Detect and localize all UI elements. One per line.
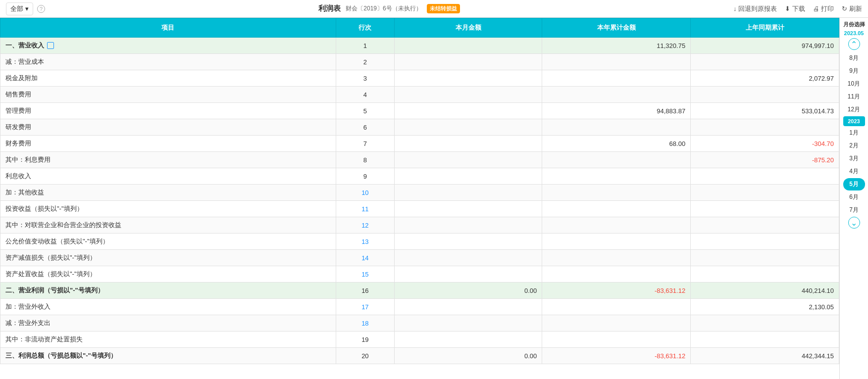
side-month-item[interactable]: 8月 (843, 52, 865, 64)
side-month-item[interactable]: 1月 (843, 127, 865, 139)
cell-year (542, 168, 691, 185)
cell-prev: 2,072.97 (691, 70, 839, 87)
cell-month (395, 266, 542, 283)
cell-month: 0.00 (395, 283, 542, 299)
side-month-item[interactable]: 12月 (843, 103, 865, 116)
download-button[interactable]: ⬇ 下载 (785, 4, 805, 13)
table-header: 项目 行次 本月金额 本年累计金额 上年同期累计 (0, 18, 839, 38)
refresh-button[interactable]: ↻ 刷新 (842, 4, 862, 13)
table-row: 其中：利息费用8-875.20 (0, 152, 839, 168)
cell-prev: 442,344.15 (691, 348, 839, 364)
cell-item: 三、利润总额（亏损总额以"-"号填列） (0, 348, 336, 364)
cell-item: 公允价值变动收益（损失以"-"填列） (0, 234, 336, 250)
cell-month (395, 87, 542, 103)
cell-item: 二、营业利润（亏损以"-"号填列） (0, 283, 336, 299)
cell-year: 11,320.75 (542, 38, 691, 54)
table-row: 减：营业成本2 (0, 54, 839, 70)
table-row: 管理费用594,883.87533,014.73 (0, 103, 839, 119)
cell-prev (691, 119, 839, 136)
header-year: 本年累计金额 (542, 18, 691, 38)
cell-year (542, 87, 691, 103)
cell-month (395, 315, 542, 332)
table-row: 其中：非流动资产处置损失19 (0, 332, 839, 348)
main-layout: 项目 行次 本月金额 本年累计金额 上年同期累计 一、营业收入111,320.7… (0, 18, 868, 379)
toolbar: ↓ 回退到原报表 ⬇ 下载 🖨 打印 ↻ 刷新 (733, 4, 862, 13)
cell-year (542, 234, 691, 250)
cell-item: 一、营业收入 (0, 38, 336, 54)
cell-month (395, 136, 542, 152)
cell-item: 减：营业外支出 (0, 315, 336, 332)
header-item: 项目 (0, 18, 336, 38)
side-month-item[interactable]: 10月 (843, 78, 865, 90)
cell-rownum: 19 (336, 332, 395, 348)
cell-prev: 440,214.10 (691, 283, 839, 299)
side-nav-up[interactable]: ⌃ (848, 38, 860, 50)
table-row: 三、利润总额（亏损总额以"-"号填列）200.00-83,631.12442,3… (0, 348, 839, 364)
side-months-list: 8月9月10月11月12月20231月2月3月4月5月6月7月 (843, 52, 865, 217)
side-month-item[interactable]: 6月 (843, 191, 865, 203)
title-area: 利润表 财会〔2019〕6号（未执行） 未结转损益 (318, 4, 460, 13)
cell-item: 利息收入 (0, 168, 336, 185)
table-row: 减：营业外支出18 (0, 315, 839, 332)
table-row: 税金及附加32,072.97 (0, 70, 839, 87)
side-month-item[interactable]: 3月 (843, 152, 865, 165)
table-body: 一、营业收入111,320.75974,997.10减：营业成本2税金及附加32… (0, 38, 839, 364)
cell-prev: 2,130.05 (691, 299, 839, 315)
cell-item: 其中：对联营企业和合营企业的投资收益 (0, 217, 336, 234)
side-month-item[interactable]: 5月 (843, 178, 865, 190)
table-area: 项目 行次 本月金额 本年累计金额 上年同期累计 一、营业收入111,320.7… (0, 18, 839, 379)
cell-month (395, 103, 542, 119)
report-table: 项目 行次 本月金额 本年累计金额 上年同期累计 一、营业收入111,320.7… (0, 18, 839, 364)
cell-item: 财务费用 (0, 136, 336, 152)
table-row: 投资收益（损失以"-"填列）11 (0, 201, 839, 217)
cell-prev (691, 250, 839, 266)
cell-prev (691, 87, 839, 103)
side-month-item[interactable]: 4月 (843, 165, 865, 178)
cell-year (542, 185, 691, 201)
cell-item: 其中：非流动资产处置损失 (0, 332, 336, 348)
cell-prev (691, 217, 839, 234)
cell-year (542, 201, 691, 217)
cell-prev (691, 266, 839, 283)
side-month-item[interactable]: 11月 (843, 91, 865, 103)
cell-item: 加：其他收益 (0, 185, 336, 201)
cell-month (395, 299, 542, 315)
side-month-item[interactable]: 9月 (843, 65, 865, 77)
header-prev: 上年同期累计 (691, 18, 839, 38)
cell-rownum: 10 (336, 185, 395, 201)
side-panel-title: 月份选择 (843, 21, 865, 28)
cell-rownum: 18 (336, 315, 395, 332)
cell-item: 销售费用 (0, 87, 336, 103)
cell-item: 加：营业外收入 (0, 299, 336, 315)
print-button[interactable]: 🖨 打印 (813, 4, 834, 13)
cell-month (395, 217, 542, 234)
table-row: 研发费用6 (0, 119, 839, 136)
cell-year (542, 266, 691, 283)
side-year-display: 2023.05 (844, 30, 864, 36)
cell-month (395, 70, 542, 87)
cell-prev (691, 168, 839, 185)
cell-rownum: 9 (336, 168, 395, 185)
back-button[interactable]: ↓ 回退到原报表 (733, 4, 777, 13)
cell-item: 其中：利息费用 (0, 152, 336, 168)
help-icon[interactable]: ? (37, 5, 45, 13)
side-nav-down[interactable]: ⌄ (848, 217, 860, 229)
cell-rownum: 5 (336, 103, 395, 119)
cell-item: 资产处置收益（损失以"-"填列） (0, 266, 336, 283)
edit-icon[interactable] (47, 42, 54, 49)
cell-item: 研发费用 (0, 119, 336, 136)
side-month-item[interactable]: 2月 (843, 140, 865, 152)
scope-dropdown[interactable]: 全部 ▾ (6, 2, 33, 15)
cell-item: 投资收益（损失以"-"填列） (0, 201, 336, 217)
side-month-item[interactable]: 2023 (843, 116, 865, 126)
cell-prev (691, 185, 839, 201)
cell-rownum: 13 (336, 234, 395, 250)
cell-month: 0.00 (395, 348, 542, 364)
cell-rownum: 14 (336, 250, 395, 266)
cell-prev (691, 234, 839, 250)
cell-item: 管理费用 (0, 103, 336, 119)
table-row: 销售费用4 (0, 87, 839, 103)
cell-month (395, 119, 542, 136)
cell-rownum: 2 (336, 54, 395, 70)
side-month-item[interactable]: 7月 (843, 204, 865, 216)
